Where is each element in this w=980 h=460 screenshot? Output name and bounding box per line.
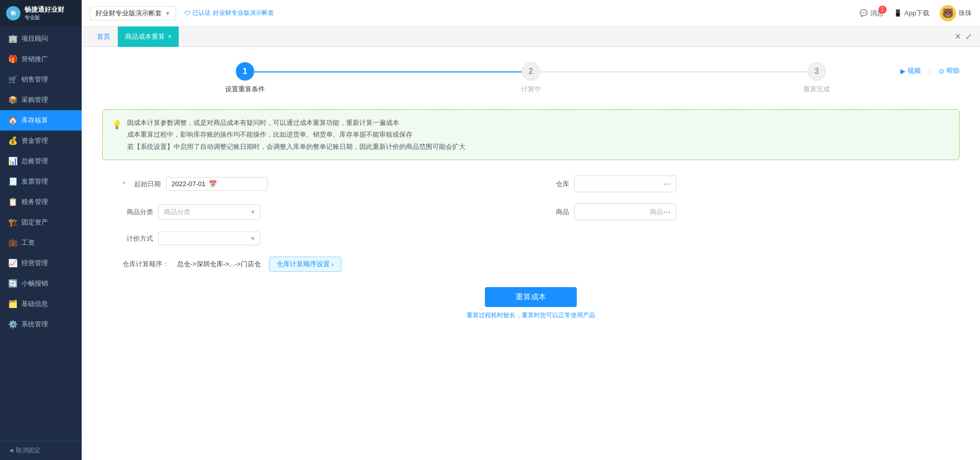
sidebar-item-project[interactable]: 🏢项目顾问 [0, 29, 82, 49]
sidebar-footer[interactable]: ◄ 取消固定 [0, 441, 82, 460]
message-icon: 💬 [860, 9, 868, 17]
form-row-2: 商品分类 商品分类 ▾ 商品 商品 ··· [122, 203, 939, 220]
warehouse-label: 仓库 [538, 180, 569, 189]
sidebar-item-sales[interactable]: 🛒销售管理 [0, 69, 82, 90]
sidebar-item-expense[interactable]: 🔄小畅报销 [0, 273, 82, 294]
step-1: 1 设置重算条件 [102, 62, 388, 94]
step-3-label: 重算完成 [803, 85, 830, 94]
step-1-label: 设置重算条件 [225, 85, 265, 94]
basic-icon: 🗂️ [8, 299, 17, 309]
tab-goods-cost[interactable]: 商品成本重算 × [118, 27, 179, 47]
salary-icon: 💼 [8, 238, 17, 247]
start-date-value: 2022-07-01 [172, 180, 206, 188]
message-button[interactable]: 💬 消息 1 [860, 9, 884, 18]
step-2-label: 计算中 [521, 85, 541, 94]
sidebar-item-label: 系统管理 [21, 320, 48, 329]
sales-icon: 🛒 [8, 75, 17, 84]
tab-bar: 首页 商品成本重算 × ✕ ⤢ [82, 27, 980, 47]
category-field: 商品分类 商品分类 ▾ [122, 205, 523, 220]
goods-input[interactable]: 商品 ··· [574, 203, 676, 220]
warehouse-order-settings-button[interactable]: 仓库计算顺序设置 › [269, 257, 341, 272]
warehouse-field: 仓库 ··· [538, 175, 939, 192]
info-line: 因成本计算参数调整，或是对商品成本有疑问时，可以通过成本重算功能，重新计算一遍成… [127, 117, 465, 129]
price-method-label: 计价方式 [122, 234, 153, 243]
account-selector-label: 好业财专业版演示帐套 [95, 9, 162, 18]
category-label: 商品分类 [122, 208, 153, 217]
form-row-3: 计价方式 ▾ [122, 232, 939, 245]
sidebar-item-finance[interactable]: 💰资金管理 [0, 131, 82, 151]
app-download-button[interactable]: 📱 App下载 [894, 9, 929, 18]
chevron-right-icon: › [332, 261, 334, 268]
step-3-circle: 3 [807, 62, 826, 81]
sidebar-item-tax[interactable]: 📋税务管理 [0, 192, 82, 212]
warehouse-input[interactable]: ··· [574, 175, 676, 192]
invoice-icon: 🧾 [8, 177, 17, 186]
sidebar-item-label: 工资 [21, 238, 35, 247]
warehouse-order-btn-label: 仓库计算顺序设置 [277, 260, 330, 269]
video-link[interactable]: ▶ 视频 [900, 66, 921, 75]
expense-icon: 🔄 [8, 279, 17, 288]
start-date-label: 起始日期 [130, 180, 161, 189]
goods-field: 商品 商品 ··· [538, 203, 939, 220]
help-link[interactable]: ⊙ 帮助 [939, 66, 960, 75]
app-download-label: App下载 [904, 9, 929, 18]
system-icon: ⚙️ [8, 320, 17, 329]
user-name: 珠珠 [959, 9, 972, 18]
category-chevron-icon: ▾ [251, 208, 255, 216]
finance-icon: 💰 [8, 136, 17, 145]
bulb-icon: 💡 [112, 118, 122, 152]
sidebar-item-purchase[interactable]: 📦采购管理 [0, 90, 82, 110]
operations-icon: 📈 [8, 259, 17, 268]
sidebar-item-basic[interactable]: 🗂️基础信息 [0, 294, 82, 314]
sidebar-item-salary[interactable]: 💼工资 [0, 233, 82, 253]
purchase-icon: 📦 [8, 95, 17, 105]
step-1-circle: 1 [236, 62, 254, 81]
price-method-chevron-icon: ▾ [251, 235, 255, 242]
start-date-input[interactable]: 2022-07-01 📅 [166, 177, 268, 191]
form-row-1: * 起始日期 2022-07-01 📅 仓库 ··· [122, 175, 939, 192]
tax-icon: 📋 [8, 197, 17, 207]
home-tab-label: 首页 [97, 32, 110, 41]
category-select[interactable]: 商品分类 ▾ [158, 205, 260, 220]
sidebar-item-label: 总账管理 [21, 157, 48, 166]
sidebar-item-accounting[interactable]: 📊总账管理 [0, 151, 82, 171]
tab-home[interactable]: 首页 [90, 27, 118, 47]
expand-icon[interactable]: ⤢ [965, 32, 972, 41]
sidebar-item-system[interactable]: ⚙️系统管理 [0, 314, 82, 335]
sidebar-item-invoice[interactable]: 🧾发票管理 [0, 171, 82, 192]
steps-right-actions: ▶ 视频 | ⊙ 帮助 [900, 66, 960, 75]
goods-ellipsis-icon[interactable]: ··· [663, 207, 671, 217]
sidebar-item-label: 资金管理 [21, 136, 48, 145]
sidebar-item-inventory[interactable]: 🏠库存核算 [0, 110, 82, 131]
warehouse-order-row: 仓库计算顺序： 总仓->深圳仓库->...->门店仓 仓库计算顺序设置 › [122, 257, 939, 272]
inventory-icon: 🏠 [8, 116, 17, 125]
step-2-circle: 2 [522, 62, 540, 81]
sidebar-title: 畅捷通好业财 [24, 5, 64, 14]
account-selector[interactable]: 好业财专业版演示帐套 ▼ [90, 6, 176, 20]
sidebar-item-operations[interactable]: 📈经营管理 [0, 253, 82, 273]
calendar-icon[interactable]: 📅 [209, 180, 217, 188]
tab-close-icon[interactable]: × [168, 33, 172, 40]
sidebar-item-label: 发票管理 [21, 177, 48, 186]
message-badge: 1 [878, 6, 887, 14]
phone-icon: 📱 [894, 9, 902, 17]
main-area: 好业财专业版演示帐套 ▼ 🛡 已认证 好业财专业版演示帐套 💬 消息 1 📱 A… [82, 0, 980, 460]
info-line: 若【系统设置】中启用了自动调整记账日期时，会调整入库单的整单记账日期，因此重新计… [127, 141, 465, 152]
goods-cost-tab-label: 商品成本重算 [125, 32, 165, 41]
submit-area: 重算成本 重算过程耗时较长，重算时您可以正常使用产品 [102, 287, 960, 320]
submit-button[interactable]: 重算成本 [485, 287, 577, 307]
marketing-icon: 🎁 [8, 55, 17, 64]
verified-label: 已认证 [192, 9, 211, 17]
sidebar-item-assets[interactable]: 🏗️固定资产 [0, 212, 82, 233]
price-method-select[interactable]: ▾ [158, 232, 260, 245]
sidebar-item-label: 税务管理 [21, 197, 48, 207]
close-window-icon[interactable]: ✕ [954, 32, 961, 41]
sidebar-item-marketing[interactable]: 🎁营销推广 [0, 49, 82, 69]
sidebar-item-label: 销售管理 [21, 75, 48, 84]
price-method-field: 计价方式 ▾ [122, 232, 523, 245]
sidebar-subtitle: 专业版 [24, 14, 64, 21]
user-avatar-button[interactable]: 🐻 珠珠 [940, 5, 972, 21]
chevron-down-icon: ▼ [165, 10, 170, 16]
sidebar-item-label: 基础信息 [21, 299, 48, 309]
warehouse-ellipsis-icon[interactable]: ··· [663, 178, 671, 189]
